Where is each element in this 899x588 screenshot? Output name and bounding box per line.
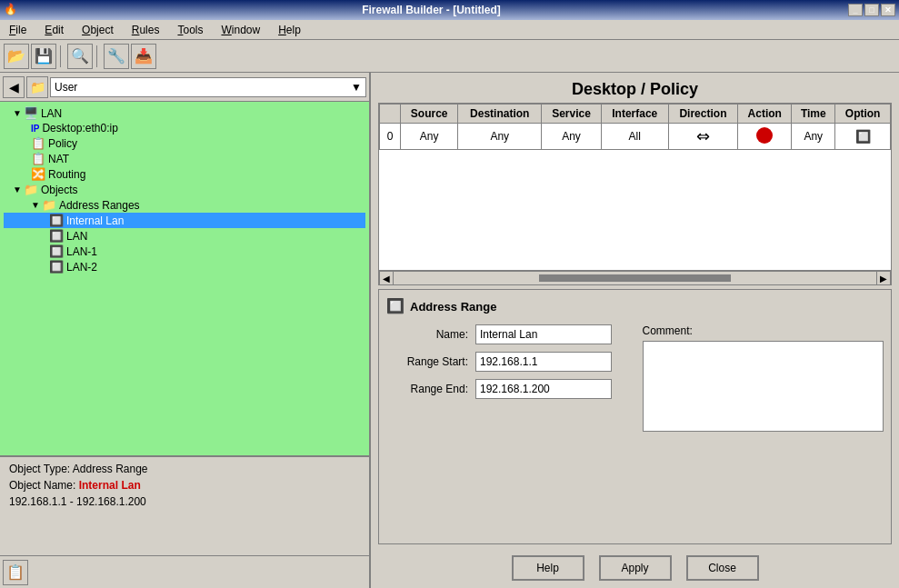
routing-icon: 🔀 — [31, 167, 45, 181]
scroll-track — [395, 274, 874, 282]
col-header-time: Time — [792, 105, 835, 124]
menu-help[interactable]: Help — [273, 22, 306, 38]
settings-button[interactable]: 🔧 — [104, 44, 129, 69]
menu-file[interactable]: File — [4, 22, 32, 38]
tree-item-lan1[interactable]: 🔲 LAN — [4, 228, 365, 244]
menu-tools[interactable]: Tools — [172, 22, 208, 38]
menu-window[interactable]: Window — [215, 22, 265, 38]
range-end-row: Range End: — [386, 379, 628, 399]
lan-folder-icon: 🖥️ — [24, 106, 38, 120]
action-icon — [756, 127, 773, 144]
ar-form: Name: Range Start: Range End: Comment: — [386, 324, 884, 434]
dropdown-arrow-icon: ▼ — [351, 81, 362, 94]
comment-input[interactable] — [643, 341, 884, 432]
right-panel: Desktop / Policy Source Destination Serv… — [371, 73, 899, 588]
forward-button[interactable]: 📁 — [26, 76, 48, 98]
menu-object[interactable]: Object — [76, 22, 119, 38]
close-button[interactable]: ✕ — [881, 4, 895, 16]
left-nav: ◀ 📁 User ▼ — [0, 73, 369, 102]
tree-item-desktop-eth0[interactable]: IP Desktop:eth0:ip — [4, 121, 365, 135]
row-id: 0 — [380, 124, 401, 150]
ar-header: 🔲 Address Range — [386, 297, 884, 315]
horizontal-scrollbar[interactable]: ◀ ▶ — [378, 271, 892, 285]
policy-table-container: Source Destination Service Interface Dir… — [378, 103, 892, 271]
nat-label: NAT — [48, 153, 69, 165]
lan2-icon: 🔲 — [49, 244, 64, 258]
main-content: ◀ 📁 User ▼ ▼ 🖥️ LAN IP Desktop:eth0:ip — [0, 73, 899, 588]
tree-item-lan3[interactable]: 🔲 LAN-2 — [4, 259, 365, 274]
import-button[interactable]: 📥 — [131, 44, 156, 69]
col-header-service: Service — [542, 105, 601, 124]
tree-item-address-ranges[interactable]: ▼ 📁 Address Ranges — [4, 197, 365, 213]
tree-area: ▼ 🖥️ LAN IP Desktop:eth0:ip 📋 Policy 📋 N… — [0, 102, 369, 455]
ip-range-value: 192.168.1.1 - 192.168.1.200 — [9, 495, 146, 508]
ip-icon: IP — [31, 124, 39, 134]
row-time: Any — [792, 124, 835, 150]
menu-bar: File Edit Object Rules Tools Window Help — [0, 20, 899, 40]
app-icon: 🔥 — [0, 3, 15, 17]
bottom-buttons: Help Apply Close — [371, 548, 899, 588]
search-button[interactable]: 🔍 — [67, 44, 93, 69]
scroll-right-button[interactable]: ▶ — [876, 271, 891, 285]
tree-item-internal-lan[interactable]: 🔲 Internal Lan — [4, 213, 365, 228]
desktop-eth0-label: Desktop:eth0:ip — [42, 122, 117, 135]
policy-table: Source Destination Service Interface Dir… — [379, 104, 891, 150]
close-button[interactable]: Close — [686, 555, 759, 581]
object-ip-range: 192.168.1.1 - 192.168.1.200 — [9, 495, 360, 508]
tree-item-policy[interactable]: 📋 Policy — [4, 135, 365, 151]
open-folder-button[interactable]: 📂 — [4, 44, 29, 69]
menu-rules[interactable]: Rules — [126, 22, 165, 38]
back-button[interactable]: ◀ — [3, 76, 25, 98]
lan3-icon: 🔲 — [49, 260, 64, 274]
address-ranges-label: Address Ranges — [59, 199, 140, 212]
save-button[interactable]: 💾 — [31, 44, 56, 69]
menu-edit[interactable]: Edit — [39, 22, 69, 38]
lan2-label: LAN-1 — [66, 245, 97, 258]
tree-item-objects[interactable]: ▼ 📁 Objects — [4, 182, 365, 197]
title-bar: 🔥 Firewall Builder - [Untitled] _ □ ✕ — [0, 0, 899, 20]
scroll-thumb — [539, 274, 731, 282]
lan3-label: LAN-2 — [66, 261, 97, 274]
minimize-button[interactable]: _ — [848, 4, 863, 16]
list-button[interactable]: 📋 — [3, 560, 28, 585]
lan-label: LAN — [41, 107, 62, 120]
scroll-left-button[interactable]: ◀ — [379, 271, 394, 285]
objects-folder-icon: 📁 — [24, 183, 38, 196]
maximize-button[interactable]: □ — [864, 4, 879, 16]
name-input[interactable] — [475, 324, 612, 344]
routing-label: Routing — [48, 168, 85, 181]
col-header-destination: Destination — [458, 105, 542, 124]
info-panel: Object Type: Address Range Object Name: … — [0, 455, 369, 555]
row-service: Any — [542, 124, 601, 150]
range-start-input[interactable] — [475, 352, 612, 372]
tree-item-lan[interactable]: ▼ 🖥️ LAN — [4, 105, 365, 121]
lan1-label: LAN — [66, 230, 87, 243]
user-dropdown[interactable]: User ▼ — [50, 77, 366, 97]
nat-icon: 📋 — [31, 152, 45, 165]
col-header-action: Action — [738, 105, 792, 124]
range-start-label: Range Start: — [386, 355, 468, 368]
col-header-direction: Direction — [668, 105, 737, 124]
row-direction: ⇔ — [668, 124, 737, 150]
object-name-label: Object Name: — [9, 479, 75, 492]
window-title: Firewall Builder - [Untitled] — [15, 4, 848, 16]
apply-button[interactable]: Apply — [599, 555, 672, 581]
help-button[interactable]: Help — [512, 555, 584, 581]
object-type-value: Address Range — [73, 463, 148, 475]
range-end-input[interactable] — [475, 379, 612, 399]
range-end-label: Range End: — [386, 383, 468, 395]
expand-arrow-addr: ▼ — [31, 200, 40, 210]
comment-label: Comment: — [643, 324, 884, 337]
objects-label: Objects — [41, 184, 78, 196]
ar-fields: Name: Range Start: Range End: — [386, 324, 628, 434]
tree-item-nat[interactable]: 📋 NAT — [4, 151, 365, 166]
tree-item-routing[interactable]: 🔀 Routing — [4, 166, 365, 182]
row-interface: All — [601, 124, 668, 150]
user-dropdown-label: User — [55, 81, 77, 94]
col-header-num — [380, 105, 401, 124]
toolbar-separator-1 — [60, 45, 64, 67]
window-controls: _ □ ✕ — [848, 4, 899, 16]
tree-item-lan2[interactable]: 🔲 LAN-1 — [4, 244, 365, 259]
table-row[interactable]: 0 Any Any Any All ⇔ Any 🔲 — [380, 124, 891, 150]
col-header-option: Option — [835, 105, 891, 124]
